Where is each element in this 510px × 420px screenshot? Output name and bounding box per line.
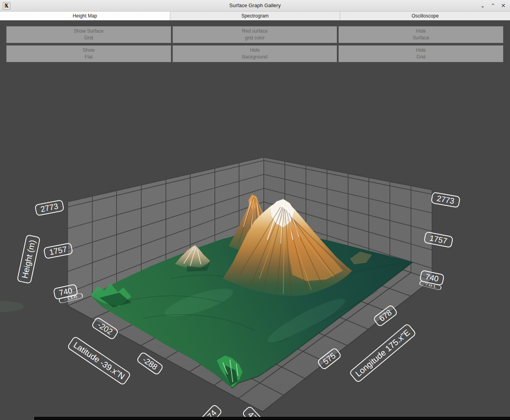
surface-plot-canvas[interactable] — [0, 0, 510, 420]
surface-plot-view[interactable]: -116 2773 1757 740 Height (m) 781 2773 1… — [0, 0, 510, 420]
bottom-screen-edge — [34, 417, 510, 420]
